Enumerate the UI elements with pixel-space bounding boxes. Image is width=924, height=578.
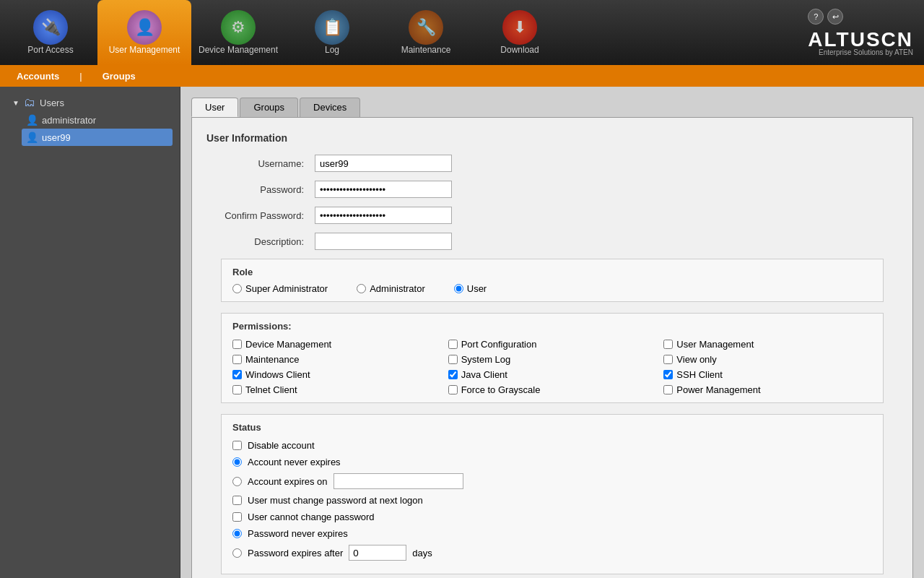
days-label: days xyxy=(412,548,432,558)
perm-port-config[interactable]: Port Configuration xyxy=(448,339,657,350)
download-icon: ⬇ xyxy=(502,10,537,45)
cannot-change-checkbox[interactable] xyxy=(232,512,242,522)
device-management-icon: ⚙ xyxy=(221,10,256,45)
perm-system-log-label: System Log xyxy=(461,354,511,365)
permissions-grid: Device Management Port Configuration Use… xyxy=(232,339,872,395)
perm-system-log[interactable]: System Log xyxy=(448,354,657,365)
perm-ssh-client-label: SSH Client xyxy=(676,369,723,380)
tree-children: 👤 administrator 👤 user99 xyxy=(7,111,173,146)
perm-user-mgmt-checkbox[interactable] xyxy=(663,340,673,349)
pwd-expires-days-input[interactable] xyxy=(349,545,406,561)
expires-on-label: Account expires on xyxy=(248,476,328,487)
tree-item-administrator[interactable]: 👤 administrator xyxy=(22,111,173,129)
password-input[interactable] xyxy=(315,181,452,198)
perm-telnet-client-checkbox[interactable] xyxy=(232,385,242,394)
perm-force-grayscale-label: Force to Grayscale xyxy=(461,384,541,395)
nav-log[interactable]: 📋 Log xyxy=(285,0,379,65)
role-options: Super Administrator Administrator User xyxy=(232,283,872,294)
perm-java-client[interactable]: Java Client xyxy=(448,369,657,380)
perm-power-mgmt[interactable]: Power Management xyxy=(663,384,872,395)
perm-device-mgmt-label: Device Management xyxy=(245,339,331,350)
perm-windows-client[interactable]: Windows Client xyxy=(232,369,441,380)
pwd-expires-after-row: Password expires after days xyxy=(232,545,872,561)
cannot-change-row: User cannot change password xyxy=(232,512,872,522)
role-super-admin[interactable]: Super Administrator xyxy=(232,283,328,294)
perm-telnet-client[interactable]: Telnet Client xyxy=(232,384,441,395)
username-label: Username: xyxy=(206,158,315,169)
tab-devices[interactable]: Devices xyxy=(300,98,360,117)
perm-view-only-label: View only xyxy=(676,354,716,365)
never-expires-row: Account never expires xyxy=(232,457,872,467)
perm-device-mgmt-checkbox[interactable] xyxy=(232,340,242,349)
top-navigation: 🔌 Port Access 👤 User Management ⚙ Device… xyxy=(0,0,924,65)
pwd-expires-after-radio[interactable] xyxy=(232,548,242,558)
permissions-title: Permissions: xyxy=(232,321,872,332)
perm-windows-client-label: Windows Client xyxy=(245,369,310,380)
help-icon[interactable]: ? xyxy=(808,9,824,25)
nav-port-access[interactable]: 🔌 Port Access xyxy=(4,0,97,65)
password-row: Password: xyxy=(206,181,898,198)
confirm-password-input[interactable] xyxy=(315,207,452,224)
nav-download[interactable]: ⬇ Download xyxy=(473,0,567,65)
perm-view-only-checkbox[interactable] xyxy=(663,355,673,364)
perm-port-config-checkbox[interactable] xyxy=(448,340,458,349)
role-administrator[interactable]: Administrator xyxy=(357,283,425,294)
perm-device-mgmt[interactable]: Device Management xyxy=(232,339,441,350)
never-expires-radio[interactable] xyxy=(232,457,242,467)
role-administrator-radio[interactable] xyxy=(357,284,366,293)
must-change-label: User must change password at next logon xyxy=(248,495,423,506)
expires-on-row: Account expires on xyxy=(232,473,872,489)
password-label: Password: xyxy=(206,184,315,195)
perm-java-client-label: Java Client xyxy=(461,369,507,380)
nav-user-management[interactable]: 👤 User Management xyxy=(97,0,191,65)
role-super-admin-radio[interactable] xyxy=(232,284,242,293)
perm-telnet-client-label: Telnet Client xyxy=(245,384,297,395)
tree-item-user99[interactable]: 👤 user99 xyxy=(22,129,173,146)
username-row: Username: xyxy=(206,155,898,172)
cannot-change-label: User cannot change password xyxy=(248,512,375,522)
subnav-accounts[interactable]: Accounts xyxy=(11,68,65,85)
confirm-password-row: Confirm Password: xyxy=(206,207,898,224)
logo-area: ? ↩ ALTUSCN Enterprise Solutions by ATEN xyxy=(808,0,920,65)
logout-icon[interactable]: ↩ xyxy=(827,9,843,25)
tree-root-label: Users xyxy=(40,98,64,108)
description-input[interactable] xyxy=(315,233,452,250)
perm-maintenance-label: Maintenance xyxy=(245,354,299,365)
nav-maintenance-label: Maintenance xyxy=(401,45,451,55)
nav-device-management[interactable]: ⚙ Device Management xyxy=(191,0,285,65)
perm-system-log-checkbox[interactable] xyxy=(448,355,458,364)
nav-port-access-label: Port Access xyxy=(27,45,73,55)
description-label: Description: xyxy=(206,236,315,247)
perm-force-grayscale-checkbox[interactable] xyxy=(448,385,458,394)
tree-root-users[interactable]: ▼ 🗂 Users xyxy=(7,94,173,111)
perm-maintenance[interactable]: Maintenance xyxy=(232,354,441,365)
nav-user-management-label: User Management xyxy=(109,45,180,55)
perm-windows-client-checkbox[interactable] xyxy=(232,370,242,379)
perm-view-only[interactable]: View only xyxy=(663,354,872,365)
app-subtitle: Enterprise Solutions by ATEN xyxy=(808,48,913,56)
role-user-radio[interactable] xyxy=(454,284,463,293)
permissions-section: Permissions: Device Management Port Conf… xyxy=(221,313,884,403)
perm-port-config-label: Port Configuration xyxy=(461,339,537,350)
tab-groups[interactable]: Groups xyxy=(240,98,298,117)
perm-ssh-client[interactable]: SSH Client xyxy=(663,369,872,380)
sidebar: ▼ 🗂 Users 👤 administrator 👤 user99 xyxy=(0,87,180,578)
tab-user[interactable]: User xyxy=(191,98,238,117)
expires-on-radio[interactable] xyxy=(232,477,242,486)
perm-java-client-checkbox[interactable] xyxy=(448,370,458,379)
must-change-checkbox[interactable] xyxy=(232,496,242,505)
perm-ssh-client-checkbox[interactable] xyxy=(663,370,673,379)
subnav-groups[interactable]: Groups xyxy=(97,68,141,85)
perm-force-grayscale[interactable]: Force to Grayscale xyxy=(448,384,657,395)
nav-maintenance[interactable]: 🔧 Maintenance xyxy=(379,0,473,65)
tree-toggle-icon: ▼ xyxy=(11,98,21,108)
disable-account-checkbox[interactable] xyxy=(232,441,242,450)
username-input[interactable] xyxy=(315,155,452,172)
role-user[interactable]: User xyxy=(454,283,487,294)
expires-on-input[interactable] xyxy=(334,473,463,489)
perm-user-mgmt[interactable]: User Management xyxy=(663,339,872,350)
perm-maintenance-checkbox[interactable] xyxy=(232,355,242,364)
tree-item-user99-label: user99 xyxy=(42,132,71,143)
pwd-never-expires-radio[interactable] xyxy=(232,529,242,538)
perm-power-mgmt-checkbox[interactable] xyxy=(663,385,673,394)
